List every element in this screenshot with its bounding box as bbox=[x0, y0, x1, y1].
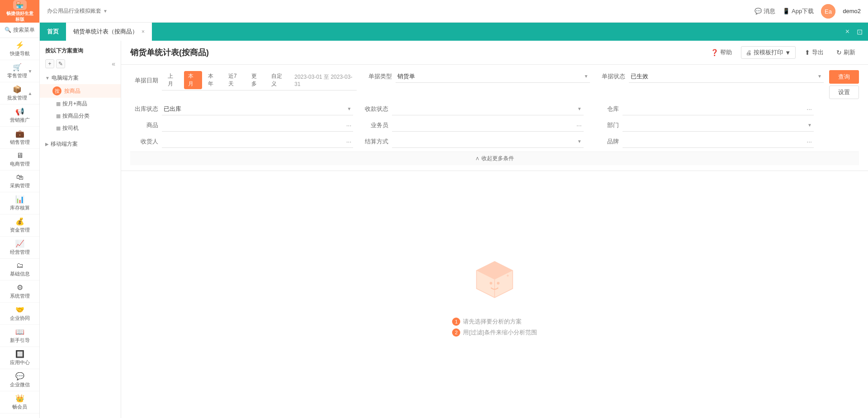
collapse-conditions-btn[interactable]: ∧ 收起更多条件 bbox=[130, 152, 859, 165]
sidebar-item-quick-nav[interactable]: ⚡ 快捷导航 bbox=[0, 38, 39, 60]
settings-button[interactable]: 设置 bbox=[829, 86, 859, 99]
tree-mobile-section: ▶ 移动端方案 bbox=[40, 136, 121, 152]
tree-item-icon: 按 bbox=[52, 86, 61, 95]
sidebar-item-purchase[interactable]: 🛍 采购管理 bbox=[0, 171, 39, 192]
tree-collapse-icon: ▶ bbox=[45, 142, 49, 147]
salesperson-label: 业务员 bbox=[360, 121, 392, 129]
filter-panel-header: 按以下方案查询 bbox=[40, 44, 121, 57]
svg-text:✦: ✦ bbox=[506, 273, 509, 278]
tab-sales-stats[interactable]: 销货单统计表（按商品） × bbox=[66, 23, 152, 41]
tree-item-by-month-product[interactable]: ▦ 按月+商品 bbox=[40, 98, 121, 110]
receiver-dots-icon: ··· bbox=[346, 138, 352, 145]
department-control[interactable]: ▼ bbox=[623, 119, 814, 132]
sidebar-item-apps[interactable]: 🔲 应用中心 bbox=[0, 347, 39, 369]
sidebar-item-retail[interactable]: 🛒 零售管理 ▼ bbox=[0, 60, 39, 82]
sidebar-item-operation[interactable]: 📈 经营管理 bbox=[0, 237, 39, 259]
tree-parent-pc[interactable]: ▼ 电脑端方案 bbox=[40, 72, 121, 84]
sidebar-item-guide[interactable]: 📖 新手引导 bbox=[0, 325, 39, 347]
sidebar-item-wholesale[interactable]: 📦 批发管理 ▲ bbox=[0, 82, 39, 104]
tree-mobile-label: 移动端方案 bbox=[51, 140, 78, 148]
warehouse-control[interactable]: ··· bbox=[623, 103, 814, 115]
print-dropdown-icon: ▼ bbox=[785, 49, 791, 56]
out-status-control[interactable]: 已出库 ▼ bbox=[162, 103, 353, 115]
brand-control[interactable]: ··· bbox=[623, 135, 814, 148]
date-tab-more[interactable]: 更多 bbox=[247, 71, 266, 89]
add-scheme-btn[interactable]: + bbox=[45, 59, 54, 68]
tab-close-all-icon[interactable]: × bbox=[844, 26, 851, 38]
date-tab-custom[interactable]: 自定义 bbox=[267, 71, 291, 89]
tree-item-by-cashier[interactable]: ▦ 按司机 bbox=[40, 122, 121, 134]
receiver-control[interactable]: ··· bbox=[162, 135, 353, 148]
edit-scheme-btn[interactable]: ✎ bbox=[56, 59, 65, 68]
tree-item-label: 按商品分类 bbox=[62, 112, 90, 120]
logo-text: 畅捷信好生意 bbox=[6, 11, 33, 16]
logo-icon: 🏪 bbox=[13, 0, 27, 10]
sidebar-item-sales[interactable]: 💼 销售管理 bbox=[0, 127, 39, 149]
export-btn[interactable]: ⬆ 导出 bbox=[801, 47, 827, 58]
sidebar-item-cooperation[interactable]: 🤝 企业协同 bbox=[0, 303, 39, 325]
query-button[interactable]: 查询 bbox=[829, 70, 859, 84]
page-title: 销货单统计表(按商品) bbox=[130, 47, 209, 58]
tab-bar: 首页 销货单统计表（按商品） × × ⊡ bbox=[40, 23, 868, 41]
sidebar-item-ecommerce[interactable]: 🖥 电商管理 bbox=[0, 149, 39, 171]
sidebar-item-system[interactable]: ⚙ 系统管理 bbox=[0, 280, 39, 303]
sidebar-item-inventory[interactable]: 📊 库存核算 bbox=[0, 192, 39, 214]
payment-label: 结算方式 bbox=[360, 138, 392, 146]
doc-status-control[interactable]: 已生效 ▼ bbox=[629, 70, 824, 83]
sidebar-item-wechat[interactable]: 💬 企业微信 bbox=[0, 369, 39, 391]
brand-label: 品牌 bbox=[591, 138, 623, 146]
collapse-panel-btn[interactable]: « bbox=[112, 60, 115, 67]
tree-parent-mobile[interactable]: ▶ 移动端方案 bbox=[40, 138, 121, 150]
refresh-btn[interactable]: ↻ 刷新 bbox=[833, 47, 859, 58]
tree-sub-icon: ▦ bbox=[56, 113, 61, 119]
tab-restore-icon[interactable]: ⊡ bbox=[855, 26, 864, 38]
sidebar-item-basic[interactable]: 🗂 基础信息 bbox=[0, 259, 39, 280]
receipt-status-label: 收款状态 bbox=[360, 105, 392, 113]
payment-control[interactable]: ▼ bbox=[392, 135, 583, 148]
template-print-btn[interactable]: 🖨 按模板打印 ▼ bbox=[741, 46, 796, 59]
messages-btn[interactable]: 💬 消息 bbox=[755, 7, 775, 15]
doc-type-control[interactable]: 销货单 ▼ bbox=[396, 70, 590, 83]
sidebar-item-marketing[interactable]: 📢 营销推广 bbox=[0, 104, 39, 127]
breadcrumb-dropdown-icon[interactable]: ▼ bbox=[103, 9, 108, 14]
help-icon: ❓ bbox=[711, 49, 718, 56]
date-range-display: 2023-03-01 至 2023-03-31 bbox=[294, 73, 354, 87]
receipt-status-dropdown-icon: ▼ bbox=[577, 106, 582, 111]
date-tab-last-month[interactable]: 上月 bbox=[164, 71, 182, 89]
chevron-down-icon: ▼ bbox=[28, 69, 33, 74]
product-control[interactable]: ··· bbox=[162, 119, 353, 132]
top-header: 办公用品行业模拟账套 ▼ 💬 消息 📱 App下载 Ea demo2 bbox=[40, 0, 868, 23]
sidebar-search[interactable]: 🔍 搜索菜单 bbox=[0, 23, 39, 38]
sidebar-item-finance[interactable]: 💰 资金管理 bbox=[0, 214, 39, 237]
app-download-btn[interactable]: 📱 App下载 bbox=[783, 7, 814, 15]
sidebar-item-member[interactable]: 👑 畅会员 bbox=[0, 391, 39, 413]
receipt-status-control[interactable]: ▼ bbox=[392, 103, 583, 115]
tree-item-by-product[interactable]: 按 按商品 bbox=[40, 84, 121, 98]
hint-num-2: 2 bbox=[452, 328, 460, 337]
doc-status-label: 单据状态 bbox=[597, 72, 629, 81]
empty-hint-1: 1 请先选择要分析的方案 bbox=[452, 318, 537, 326]
doc-type-value: 销货单 bbox=[397, 72, 584, 81]
tab-home[interactable]: 首页 bbox=[40, 23, 66, 41]
date-tab-7days[interactable]: 近7天 bbox=[224, 71, 245, 89]
date-tab-this-year[interactable]: 本年 bbox=[204, 71, 222, 89]
date-tab-this-month[interactable]: 本月 bbox=[184, 71, 203, 89]
logo-subtext: 标版 bbox=[15, 16, 24, 23]
tree-item-by-product-category[interactable]: ▦ 按商品分类 bbox=[40, 110, 121, 122]
doc-type-dropdown-icon: ▼ bbox=[584, 74, 588, 79]
empty-illustration: ✦ ✦ bbox=[467, 252, 522, 307]
page-content: 按以下方案查询 + ✎ « ▼ 电脑端方案 按 按商品 ▦ bbox=[40, 41, 868, 418]
tree-item-label: 按月+商品 bbox=[62, 100, 87, 108]
tab-close-icon[interactable]: × bbox=[142, 28, 145, 35]
receiver-label: 收货人 bbox=[130, 138, 162, 146]
empty-hint-2: 2 用[过滤]条件来缩小分析范围 bbox=[452, 328, 537, 337]
query-area: 销货单统计表(按商品) ❓ 帮助 🖨 按模板打印 ▼ ⬆ 导出 bbox=[121, 41, 868, 418]
user-name[interactable]: demo2 bbox=[843, 8, 861, 14]
salesperson-control[interactable]: ··· bbox=[392, 119, 583, 132]
out-status-value: 已出库 bbox=[164, 105, 347, 113]
help-btn[interactable]: ❓ 帮助 bbox=[707, 47, 736, 58]
filter-action-icons: + ✎ bbox=[45, 59, 65, 68]
tree-sub-icon: ▦ bbox=[56, 125, 61, 131]
download-icon: 📱 bbox=[783, 8, 790, 14]
chevron-up-icon: ▲ bbox=[28, 91, 33, 96]
